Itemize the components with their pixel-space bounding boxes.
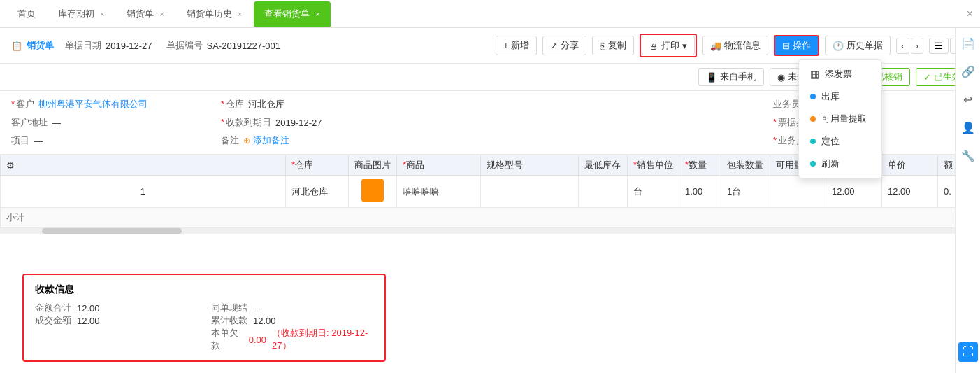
tab-sales-order-close[interactable]: × <box>159 10 164 18</box>
summary-col-left: 金额合计 12.00 成交金额 12.00 <box>35 302 197 352</box>
prev-button[interactable]: ‹ <box>896 38 909 54</box>
doc-meta: 单据日期 2019-12-27 单据编号 SA-20191227-001 <box>65 39 484 52</box>
scrollbar-thumb[interactable] <box>42 228 182 234</box>
tab-sales-history[interactable]: 销货单历史 × <box>176 1 252 27</box>
doc-actions: + 新增 ↗ 分享 ⎘ 复制 🖨 打印 ▾ 🚚 物流信息 ⊞ <box>496 34 969 57</box>
tab-inventory-init-label: 库存期初 <box>58 8 94 20</box>
col-spec: 规格型号 <box>480 155 578 176</box>
close-all-tabs[interactable]: × <box>967 8 973 20</box>
tab-inventory-init[interactable]: 库存期初 × <box>48 1 115 27</box>
total-label: 金额合计 <box>35 302 71 314</box>
sidebar-user-icon[interactable]: 👤 <box>958 118 978 137</box>
col-settings: ⚙ <box>1 155 286 176</box>
cumulative-label: 累计收款 <box>211 314 247 327</box>
tab-view-sales-close[interactable]: × <box>315 10 319 18</box>
doc-no-field: 单据编号 SA-20191227-001 <box>166 39 281 52</box>
invoice-grid-icon: ▦ <box>810 69 819 80</box>
sidebar-settings-icon[interactable]: 🔧 <box>958 146 978 165</box>
tab-sales-order-label: 销货单 <box>127 8 154 20</box>
share-button[interactable]: ↗ 分享 <box>542 36 586 55</box>
project-field: 项目 — <box>11 134 207 147</box>
product-image <box>361 179 384 202</box>
col-minstock: 最低库存 <box>578 155 627 176</box>
staff-label: 业务员 <box>773 98 800 111</box>
next-button[interactable]: › <box>911 38 923 54</box>
sidebar-link-icon[interactable]: 🔗 <box>958 62 978 81</box>
summary-grid: 金额合计 12.00 成交金额 12.00 同单现结 — 累计收款 <box>35 302 373 352</box>
tab-bar: 首页 库存期初 × 销货单 × 销货单历史 × 查看销货单 × × <box>0 0 980 28</box>
sidebar-expand-icon[interactable]: ⛶ <box>958 342 978 362</box>
summary-title: 收款信息 <box>35 283 373 296</box>
row-pack: 1台 <box>721 176 770 208</box>
horizontal-scrollbar[interactable] <box>0 228 980 234</box>
dropdown-item-refresh[interactable]: 刷新 <box>799 153 881 175</box>
dropdown-item-invoice[interactable]: ▦ 添发票 <box>799 63 881 85</box>
sidebar-return-icon[interactable]: ↩ <box>958 90 978 109</box>
doc-icon: 📋 <box>11 41 22 51</box>
doc-no-label: 单据编号 <box>166 39 203 52</box>
note-field: 备注 ⊕ 添加备注 <box>221 134 417 147</box>
doc-title: 📋 销货单 <box>11 39 54 52</box>
project-label: 项目 <box>11 134 29 147</box>
total-value: 12.00 <box>77 303 100 314</box>
share-label: 分享 <box>561 39 579 52</box>
due-label: 本单欠款 <box>211 327 243 352</box>
row-warehouse: 河北仓库 <box>285 176 348 208</box>
phone-icon: 📱 <box>706 72 717 83</box>
operations-button[interactable]: ⊞ 操作 <box>774 35 819 56</box>
tab-home[interactable]: 首页 <box>7 1 46 27</box>
col-product: *商品 <box>396 155 480 176</box>
available-dot <box>810 116 816 122</box>
dropdown-outbound-label: 出库 <box>821 90 840 103</box>
summary-wrapper: 收款信息 金额合计 12.00 成交金额 12.00 同单现结 — <box>0 268 980 373</box>
copy-icon: ⎘ <box>600 41 605 51</box>
effect-icon: ✓ <box>923 72 931 83</box>
tab-view-sales[interactable]: 查看销货单 × <box>254 1 330 27</box>
print-button[interactable]: 🖨 打印 ▾ <box>642 36 695 55</box>
dropdown-item-locate[interactable]: 定位 <box>799 130 881 153</box>
tab-inventory-init-close[interactable]: × <box>100 10 104 18</box>
operations-label: 操作 <box>793 39 811 52</box>
doc-date-value: 2019-12-27 <box>106 41 152 51</box>
subtotal-label: 小计 <box>1 208 980 228</box>
dropdown-item-available[interactable]: 可用量提取 <box>799 108 881 130</box>
same-order-value: — <box>253 303 262 314</box>
history-label: 历史单据 <box>846 39 883 52</box>
row-spec <box>480 176 578 208</box>
row-image <box>348 176 396 208</box>
customer-value[interactable]: 柳州粤港平安气体有限公司 <box>38 98 147 111</box>
ticket-icon: ◉ <box>777 72 785 83</box>
table-row: 1 河北仓库 嘻嘻嘻嘻 台 1.00 1台 12.00 12.00 0. <box>1 176 980 208</box>
from-phone-button[interactable]: 📱 来自手机 <box>698 68 764 86</box>
col-pack: 包装数量 <box>721 155 770 176</box>
row-qty: 1.00 <box>679 176 721 208</box>
summary-col-right: 同单现结 — 累计收款 12.00 本单欠款 0.00 （收款到期日: 2019… <box>211 302 373 352</box>
note-add[interactable]: ⊕ 添加备注 <box>243 134 289 147</box>
sidebar-doc-icon[interactable]: 📄 <box>958 34 978 53</box>
from-phone-label: 来自手机 <box>720 71 756 83</box>
due-date-value: 2019-12-27 <box>275 118 322 128</box>
tab-sales-history-close[interactable]: × <box>238 10 242 18</box>
doc-date-field: 单据日期 2019-12-27 <box>65 39 152 52</box>
same-order-row: 同单现结 — <box>211 302 373 314</box>
history-button[interactable]: 🕐 历史单据 <box>825 36 891 55</box>
locate-dot <box>810 139 816 144</box>
doc-title-text: 销货单 <box>27 39 54 52</box>
same-order-label: 同单现结 <box>211 302 247 314</box>
print-icon: 🖨 <box>649 41 658 51</box>
copy-button[interactable]: ⎘ 复制 <box>592 36 634 55</box>
dropdown-item-outbound[interactable]: 出库 <box>799 85 881 108</box>
copy-label: 复制 <box>608 39 626 52</box>
dropdown-refresh-label: 刷新 <box>821 157 840 170</box>
tab-view-sales-label: 查看销货单 <box>264 8 310 20</box>
tab-sales-order[interactable]: 销货单 × <box>116 1 174 27</box>
list-view-button[interactable]: ☰ <box>929 38 949 54</box>
print-label: 打印 <box>661 39 679 52</box>
customer-field: 客户 柳州粤港平安气体有限公司 <box>11 98 207 111</box>
outbound-dot <box>810 94 816 99</box>
logistics-button[interactable]: 🚚 物流信息 <box>702 36 768 55</box>
add-button[interactable]: + 新增 <box>496 36 537 55</box>
summary-area: 收款信息 金额合计 12.00 成交金额 12.00 同单现结 — <box>22 274 386 362</box>
row-unit: 台 <box>627 176 679 208</box>
transaction-value: 12.00 <box>77 316 100 326</box>
